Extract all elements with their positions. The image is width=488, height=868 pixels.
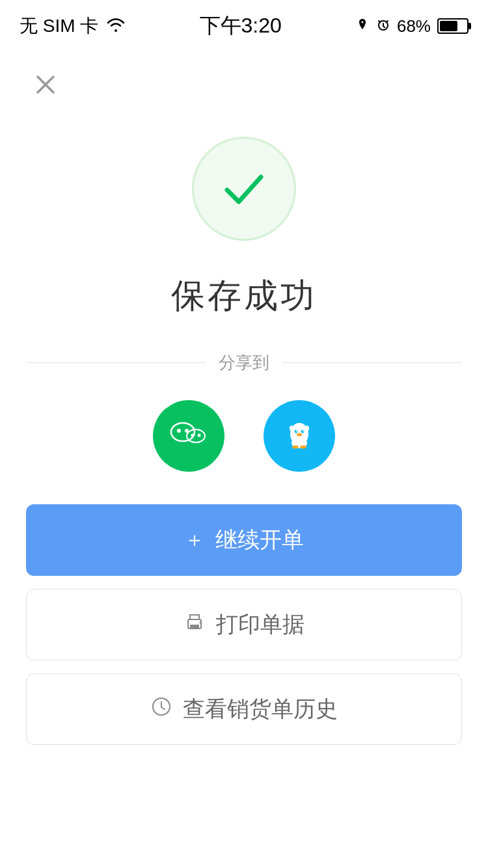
svg-point-23 bbox=[200, 622, 202, 624]
success-circle bbox=[192, 137, 296, 241]
wechat-share-button[interactable] bbox=[153, 400, 224, 472]
wifi-icon bbox=[106, 16, 126, 36]
clock-icon bbox=[150, 696, 172, 723]
action-buttons: ＋ 继续开单 打印单据 查看销货单历史 bbox=[26, 504, 462, 745]
svg-point-3 bbox=[171, 423, 195, 441]
print-label: 打印单据 bbox=[216, 610, 305, 640]
share-label: 分享到 bbox=[219, 351, 269, 374]
continue-label: 继续开单 bbox=[215, 525, 304, 555]
svg-point-11 bbox=[295, 430, 298, 433]
status-left: 无 SIM 卡 bbox=[20, 14, 126, 38]
print-icon bbox=[183, 612, 206, 638]
svg-point-14 bbox=[303, 430, 304, 431]
print-button[interactable]: 打印单据 bbox=[26, 589, 462, 660]
qq-share-button[interactable] bbox=[264, 400, 335, 472]
battery-icon bbox=[437, 18, 468, 34]
share-divider: 分享到 bbox=[26, 351, 462, 374]
svg-point-20 bbox=[300, 446, 306, 449]
status-bar: 无 SIM 卡 下午3:20 68% bbox=[0, 0, 488, 52]
location-icon bbox=[355, 16, 370, 36]
battery-percent: 68% bbox=[397, 16, 431, 36]
svg-point-13 bbox=[296, 430, 297, 431]
carrier-text: 无 SIM 卡 bbox=[20, 14, 98, 38]
svg-rect-22 bbox=[190, 625, 199, 629]
main-content: 保存成功 分享到 bbox=[0, 52, 488, 745]
close-button[interactable] bbox=[26, 65, 65, 104]
svg-point-12 bbox=[301, 430, 305, 433]
svg-point-8 bbox=[198, 434, 201, 437]
plus-icon: ＋ bbox=[184, 526, 205, 554]
success-title: 保存成功 bbox=[171, 273, 317, 319]
history-button[interactable]: 查看销货单历史 bbox=[26, 673, 462, 745]
history-label: 查看销货单历史 bbox=[183, 694, 338, 724]
svg-point-5 bbox=[177, 429, 181, 433]
divider-right bbox=[282, 362, 462, 363]
continue-button[interactable]: ＋ 继续开单 bbox=[26, 504, 462, 576]
svg-point-7 bbox=[191, 434, 195, 437]
share-icons bbox=[26, 400, 462, 472]
status-time: 下午3:20 bbox=[200, 12, 282, 40]
status-right: 68% bbox=[355, 16, 468, 36]
success-section: 保存成功 bbox=[26, 117, 462, 351]
alarm-icon bbox=[376, 16, 390, 36]
svg-point-15 bbox=[297, 433, 302, 437]
share-section: 分享到 bbox=[26, 351, 462, 472]
svg-point-4 bbox=[187, 429, 205, 442]
divider-left bbox=[26, 362, 206, 363]
svg-point-6 bbox=[185, 429, 189, 433]
svg-point-19 bbox=[292, 446, 299, 449]
